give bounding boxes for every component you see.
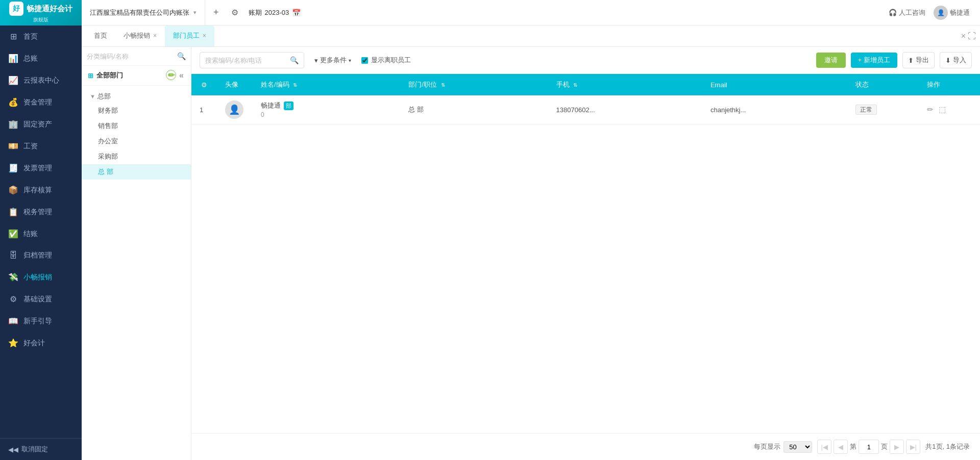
- col-dept[interactable]: 部门/职位 ⇅: [400, 74, 548, 95]
- row-dept-cell: 总 部: [400, 95, 548, 124]
- dept-item-general[interactable]: 总 部: [82, 164, 191, 180]
- page-content: 🔍 ⊞ 全部部门 ✏ « ▼ 总部 财务部 销售部: [82, 47, 980, 460]
- col-settings[interactable]: ⚙: [191, 74, 217, 95]
- sidebar-item-haokuaiji[interactable]: ⭐ 好会计: [0, 332, 82, 354]
- logo: 好 畅捷通好会计 旗舰版: [0, 0, 82, 25]
- sidebar-item-assets[interactable]: 🏢 固定资产: [0, 113, 82, 135]
- last-page-button[interactable]: ▶|: [906, 440, 920, 454]
- page-suffix: 页: [881, 442, 888, 451]
- employee-name-text: 畅捷通: [261, 101, 281, 110]
- sidebar-item-reports[interactable]: 📈 云报表中心: [0, 69, 82, 91]
- resigned-checkbox-input[interactable]: [361, 57, 368, 64]
- ledger-icon: 📊: [8, 54, 18, 63]
- employee-search-box[interactable]: 🔍: [200, 52, 304, 68]
- sidebar-item-archive[interactable]: 🗄 归档管理: [0, 245, 82, 266]
- sidebar-label-haokuaiji: 好会计: [23, 339, 45, 348]
- add-tab-button[interactable]: +: [211, 7, 221, 18]
- sidebar-item-home[interactable]: ⊞ 首页: [0, 25, 82, 47]
- tab-home[interactable]: 首页: [86, 25, 115, 46]
- company-name: 江西服宝精品有限责任公司内账张: [90, 8, 189, 17]
- unpin-button[interactable]: ◀◀ 取消固定: [0, 438, 82, 460]
- sidebar-item-xiaochang[interactable]: 💸 小畅报销: [0, 266, 82, 288]
- dept-item-sales[interactable]: 销售部: [82, 118, 191, 134]
- dept-item-purchase[interactable]: 采购部: [82, 149, 191, 164]
- settings-icon[interactable]: ⚙: [229, 8, 240, 17]
- dept-header-actions: ✏ «: [166, 70, 185, 81]
- dept-search-input[interactable]: [87, 53, 177, 60]
- dept-group-headquarters[interactable]: ▼ 总部: [82, 90, 191, 103]
- row-phone-cell: 138070602...: [548, 95, 702, 124]
- invite-button[interactable]: 邀请: [816, 53, 846, 68]
- col-name[interactable]: 姓名/编码 ⇅: [253, 74, 400, 95]
- dept-edit-icon[interactable]: ✏: [166, 70, 176, 80]
- tab-xiaochang[interactable]: 小畅报销 ×: [115, 25, 165, 46]
- calendar-icon[interactable]: 📅: [292, 9, 301, 17]
- sidebar-item-payroll[interactable]: 💴 工资: [0, 135, 82, 157]
- per-page-select[interactable]: 每页显示 50 10 20 100: [754, 441, 812, 453]
- sidebar-label-funds: 资金管理: [23, 98, 52, 107]
- dept-all-label: 全部部门: [96, 71, 123, 80]
- reports-icon: 📈: [8, 75, 18, 85]
- sidebar-label-inventory: 库存核算: [23, 186, 52, 195]
- topbar-actions: + ⚙ 账期 2023-03 📅: [205, 7, 307, 18]
- dept-item-finance[interactable]: 财务部: [82, 103, 191, 118]
- row-name-cell: 畅捷通 部 0: [253, 95, 400, 124]
- dept-item-office[interactable]: 办公室: [82, 134, 191, 149]
- prev-page-button[interactable]: ◀: [834, 440, 848, 454]
- row-status-cell: 正常: [847, 95, 919, 124]
- dept-badge: 部: [284, 101, 293, 110]
- tab-dept-employee[interactable]: 部门员工 ×: [165, 25, 214, 46]
- tab-close-window-icon[interactable]: ×: [961, 32, 966, 41]
- next-page-button[interactable]: ▶: [890, 440, 904, 454]
- sidebar-item-settings[interactable]: ⚙ 基础设置: [0, 288, 82, 310]
- dept-search-icon[interactable]: 🔍: [177, 52, 186, 60]
- sidebar: ⊞ 首页 📊 总账 📈 云报表中心 💰 资金管理 🏢 固定资产 💴 工资 🧾 发…: [0, 25, 82, 460]
- dept-collapse-icon[interactable]: «: [178, 70, 185, 81]
- col-status: 状态: [847, 74, 919, 95]
- sidebar-item-inventory[interactable]: 📦 库存核算: [0, 179, 82, 201]
- show-resigned-checkbox[interactable]: 显示离职员工: [361, 56, 411, 65]
- home-icon: ⊞: [8, 32, 18, 41]
- logout-icon[interactable]: ⬚: [939, 105, 946, 114]
- sidebar-item-tax[interactable]: 📋 税务管理: [0, 201, 82, 223]
- company-dropdown-icon[interactable]: ▾: [193, 9, 197, 16]
- col-avatar: 头像: [217, 74, 253, 95]
- tab-close-xiaochang[interactable]: ×: [153, 32, 157, 39]
- edit-icon[interactable]: ✏: [927, 105, 934, 114]
- employee-table-container: ⚙ 头像 姓名/编码 ⇅ 部门/职位 ⇅: [191, 74, 980, 433]
- user-info[interactable]: 👤 畅捷通: [934, 6, 970, 20]
- chevron-down-icon: ▾: [349, 58, 351, 63]
- employee-dept: 总 部: [408, 106, 424, 113]
- ai-consult-button[interactable]: 🎧 人工咨询: [889, 8, 925, 17]
- tab-expand-buttons: × ⛶: [961, 32, 976, 41]
- import-icon: ⬇: [945, 57, 951, 64]
- tab-maximize-icon[interactable]: ⛶: [968, 32, 976, 41]
- period-value[interactable]: 2023-03: [265, 9, 289, 16]
- first-page-button[interactable]: |◀: [817, 440, 831, 454]
- avatar-placeholder: 👤: [225, 100, 243, 119]
- import-button[interactable]: ⬇ 导入: [940, 52, 972, 68]
- dept-all-header[interactable]: ⊞ 全部部门 ✏ «: [82, 66, 191, 86]
- add-employee-button[interactable]: + 新增员工: [851, 53, 897, 68]
- row-avatar: 👤: [217, 95, 253, 124]
- logo-text: 畅捷通好会计: [27, 4, 72, 14]
- sidebar-item-funds[interactable]: 💰 资金管理: [0, 91, 82, 113]
- col-actions: 操作: [919, 74, 980, 95]
- sidebar-item-invoice[interactable]: 🧾 发票管理: [0, 157, 82, 179]
- inventory-icon: 📦: [8, 185, 18, 195]
- tab-close-dept[interactable]: ×: [203, 32, 206, 39]
- more-conditions-button[interactable]: ▾ 更多条件 ▾: [310, 54, 355, 67]
- sidebar-label-tax: 税务管理: [23, 208, 52, 217]
- per-page-dropdown[interactable]: 50 10 20 100: [783, 441, 812, 453]
- sidebar-item-closing[interactable]: ✅ 结账: [0, 223, 82, 245]
- col-phone[interactable]: 手机 ⇅: [548, 74, 702, 95]
- export-button[interactable]: ⬆ 导出: [902, 52, 935, 68]
- sidebar-item-guide[interactable]: 📖 新手引导: [0, 310, 82, 332]
- employee-search-input[interactable]: [205, 57, 287, 64]
- page-number-input[interactable]: [859, 440, 879, 454]
- company-section: 江西服宝精品有限责任公司内账张 ▾: [82, 0, 205, 25]
- invoice-icon: 🧾: [8, 163, 18, 173]
- dept-tree: ▼ 总部 财务部 销售部 办公室 采购部 总 部: [82, 86, 191, 460]
- sidebar-item-ledger[interactable]: 📊 总账: [0, 47, 82, 69]
- sidebar-label-home: 首页: [23, 32, 38, 41]
